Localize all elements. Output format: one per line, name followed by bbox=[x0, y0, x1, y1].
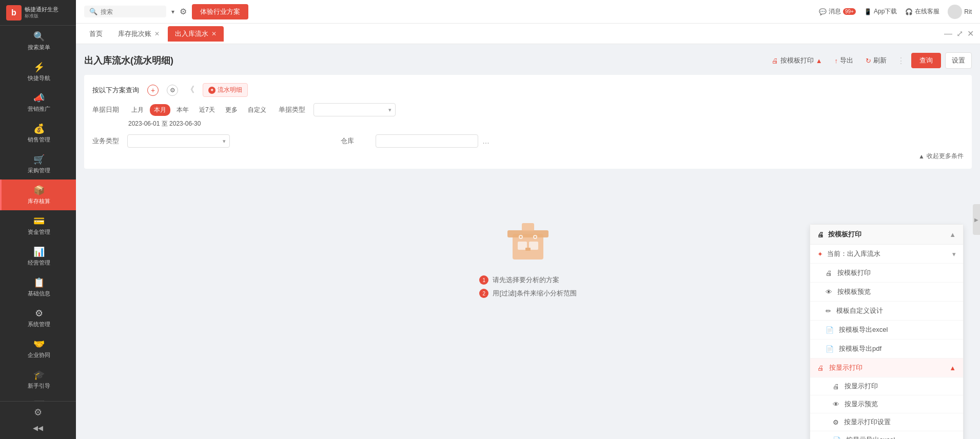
display-section-chevron[interactable]: ▲ bbox=[949, 364, 956, 372]
sidebar-item-enterprise-coop[interactable]: 🤝 企业协同 bbox=[0, 333, 76, 364]
message-btn[interactable]: 💬 消息 99+ bbox=[819, 7, 856, 16]
enterprise-coop-icon: 🤝 bbox=[33, 338, 45, 350]
sidebar-item-basic-info[interactable]: 📋 基础信息 bbox=[0, 272, 76, 303]
svg-point-9 bbox=[534, 236, 536, 238]
dropdown-item-display-settings[interactable]: ⚙ 按显示打印设置 bbox=[810, 413, 963, 431]
right-handle-icon: ▶ bbox=[974, 217, 978, 223]
display-settings-icon: ⚙ bbox=[833, 418, 839, 426]
dropdown-panel-collapse-btn[interactable]: ▲ bbox=[949, 231, 956, 238]
dropdown-current-template[interactable]: ✦ 当前：出入库流水 ▾ bbox=[810, 245, 963, 264]
date-tab-this-year[interactable]: 本年 bbox=[172, 104, 193, 116]
capital-icon: 💳 bbox=[33, 215, 45, 227]
settings-btn[interactable]: 设置 bbox=[945, 52, 972, 69]
display-section-header-left: 🖨 按显示打印 bbox=[817, 363, 863, 372]
basic-info-icon: 📋 bbox=[33, 277, 45, 288]
tab-maximize-btn[interactable]: ⤢ bbox=[956, 29, 963, 38]
tab-inventory-batch-close[interactable]: ✕ bbox=[154, 30, 160, 37]
sidebar-item-operation[interactable]: 📊 经营管理 bbox=[0, 241, 76, 272]
current-template-chevron[interactable]: ▾ bbox=[952, 250, 956, 258]
svg-rect-0 bbox=[513, 234, 543, 260]
sidebar-item-search[interactable]: 🔍 搜索菜单 bbox=[0, 26, 76, 56]
refresh-btn[interactable]: ↻ 刷新 bbox=[861, 54, 891, 67]
voucher-type-field: 单据类型 bbox=[279, 103, 396, 116]
date-tab-this-month[interactable]: 本月 bbox=[150, 104, 170, 116]
date-tab-7days[interactable]: 近7天 bbox=[195, 104, 219, 116]
dropdown-item-template-pdf[interactable]: 📄 按模板导出pdf bbox=[810, 340, 963, 358]
print-header-icon: 🖨 bbox=[817, 231, 824, 238]
voucher-type-select[interactable] bbox=[313, 103, 396, 116]
tab-inout-flow[interactable]: 出入库流水 ✕ bbox=[168, 26, 224, 42]
sidebar-item-sales[interactable]: 💰 销售管理 bbox=[0, 118, 76, 149]
filter-tag-icon: ✦ bbox=[208, 87, 215, 94]
warehouse-field: 仓库 … bbox=[341, 134, 489, 148]
online-service-btn[interactable]: 🎧 在线客服 bbox=[905, 7, 939, 16]
sidebar-logo: b 畅捷通好生意 标准版 bbox=[0, 0, 76, 26]
filter-settings-btn[interactable]: ⚙ bbox=[167, 85, 178, 96]
sidebar-item-system[interactable]: ⚙ 系统管理 bbox=[0, 303, 76, 333]
sidebar-item-onboarding[interactable]: 🎓 新手引导 bbox=[0, 364, 76, 395]
search-input[interactable] bbox=[101, 8, 152, 15]
tab-minimize-btn[interactable]: — bbox=[944, 29, 952, 38]
print-template-chevron[interactable]: ▲ bbox=[816, 57, 822, 65]
dropdown-item-template-custom[interactable]: ✏ 模板自定义设计 bbox=[810, 302, 963, 321]
tab-inout-flow-close[interactable]: ✕ bbox=[211, 30, 217, 37]
sidebar-collapse-btn[interactable]: ◀◀ bbox=[29, 422, 47, 434]
topbar-search-box[interactable]: 🔍 bbox=[84, 6, 166, 17]
content-area: 出入库流水(流水明细) 🖨 按模板打印 ▲ ↑ 导出 ↻ 刷新 bbox=[76, 44, 980, 439]
sidebar-settings-icon[interactable]: ⚙ bbox=[34, 407, 42, 418]
marketing-icon: 📣 bbox=[33, 92, 45, 104]
tab-close-all-btn[interactable]: ✕ bbox=[967, 29, 974, 38]
sidebar-item-marketing[interactable]: 📣 营销推广 bbox=[0, 87, 76, 118]
user-avatar bbox=[948, 5, 962, 19]
topbar-dropdown-icon[interactable]: ▾ bbox=[171, 8, 174, 15]
collapse-chevron-icon: ▲ bbox=[918, 153, 925, 160]
app-download-btn[interactable]: 📱 App下载 bbox=[864, 7, 897, 16]
dropdown-item-template-print[interactable]: 🖨 按模板打印 bbox=[810, 264, 963, 283]
date-tab-last-month[interactable]: 上月 bbox=[127, 104, 148, 116]
display-section-header[interactable]: 🖨 按显示打印 ▲ bbox=[810, 358, 963, 377]
dropdown-item-display-print[interactable]: 🖨 按显示打印 bbox=[810, 377, 963, 395]
dropdown-item-display-excel[interactable]: 📄 按显示导出excel bbox=[810, 431, 963, 439]
empty-tips: 1 请先选择要分析的方案 2 用[过滤]条件来缩小分析范围 bbox=[479, 275, 576, 298]
date-tab-custom[interactable]: 自定义 bbox=[244, 104, 270, 116]
date-tab-more[interactable]: 更多 bbox=[221, 104, 242, 116]
svg-rect-1 bbox=[507, 230, 548, 237]
tab-inventory-batch[interactable]: 库存批次账 ✕ bbox=[111, 26, 167, 42]
tabs-bar: 首页 库存批次账 ✕ 出入库流水 ✕ — ⤢ ✕ bbox=[76, 24, 980, 44]
industry-btn[interactable]: 体验行业方案 bbox=[192, 4, 248, 19]
export-btn[interactable]: ↑ 导出 bbox=[831, 54, 858, 67]
edition-badge: 标准版 bbox=[25, 13, 58, 19]
onboarding-icon: 🎓 bbox=[33, 369, 45, 381]
dropdown-item-template-preview[interactable]: 👁 按模板预览 bbox=[810, 283, 963, 302]
user-menu[interactable]: Rit bbox=[948, 5, 972, 19]
page-title: 出入库流水(流水明细) bbox=[84, 54, 173, 67]
filter-add-btn[interactable]: + bbox=[147, 85, 159, 96]
topbar-gear-icon[interactable]: ⚙ bbox=[180, 7, 187, 16]
sidebar-item-capital[interactable]: 💳 资金管理 bbox=[0, 210, 76, 241]
sidebar-item-app-center[interactable]: 🔲 应用中心 bbox=[0, 395, 76, 401]
dropdown-item-template-excel[interactable]: 📄 按模板导出excel bbox=[810, 321, 963, 340]
content-body: 1 请先选择要分析的方案 2 用[过滤]条件来缩小分析范围 � bbox=[84, 175, 972, 339]
filter-row-date: 单据日期 上月 本月 本年 近7天 更多 自定义 单据类型 bbox=[92, 103, 964, 116]
warehouse-more-icon[interactable]: … bbox=[482, 137, 489, 145]
filter-section-label: 按以下方案查询 bbox=[92, 86, 139, 95]
logo-icon: b bbox=[6, 5, 22, 21]
collapse-btn[interactable]: ▲ 收起更多条件 bbox=[92, 148, 964, 161]
svg-rect-5 bbox=[525, 248, 531, 251]
query-btn[interactable]: 查询 bbox=[911, 53, 941, 68]
print-template-btn[interactable]: 🖨 按模板打印 ▲ bbox=[768, 54, 827, 67]
display-excel-icon: 📄 bbox=[833, 436, 841, 440]
filter-card: 按以下方案查询 + ⚙ 《 ✦ 流水明细 单据日期 bbox=[84, 75, 972, 169]
sidebar-item-quick-nav[interactable]: ⚡ 快捷导航 bbox=[0, 56, 76, 87]
template-preview-icon: 👁 bbox=[826, 288, 832, 296]
filter-collapse-icon[interactable]: 《 bbox=[186, 85, 194, 95]
sidebar-item-purchase[interactable]: 🛒 采购管理 bbox=[0, 149, 76, 179]
dropdown-item-display-preview[interactable]: 👁 按显示预览 bbox=[810, 395, 963, 413]
tab-home[interactable]: 首页 bbox=[82, 26, 110, 42]
sidebar-item-inventory[interactable]: 📦 库存核算 bbox=[0, 179, 76, 210]
warehouse-input[interactable] bbox=[376, 134, 478, 148]
right-edge-handle[interactable]: ▶ bbox=[973, 204, 980, 235]
display-preview-icon: 👁 bbox=[833, 401, 839, 408]
biz-type-select[interactable] bbox=[127, 134, 230, 148]
filter-row-biz: 业务类型 仓库 … bbox=[92, 134, 964, 148]
